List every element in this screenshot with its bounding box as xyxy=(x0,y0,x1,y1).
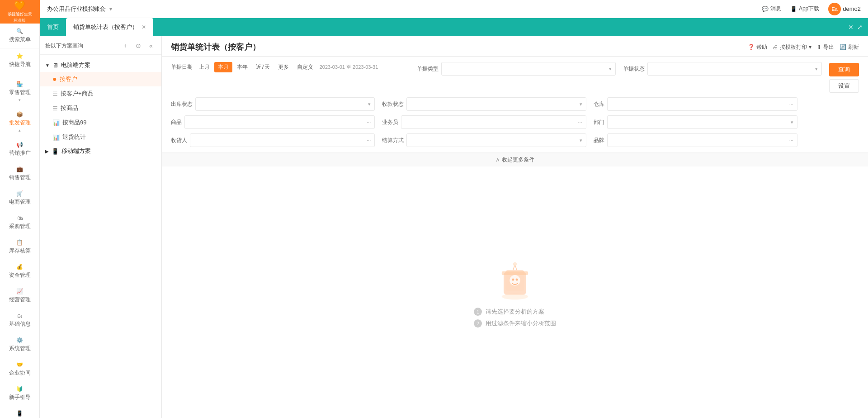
left-panel-header: 按以下方案查询 + ⊙ « xyxy=(40,36,161,55)
chevron-up-icon: ∧ xyxy=(495,157,501,163)
dept-select[interactable]: ▾ xyxy=(607,115,797,129)
sidebar-item-inventory[interactable]: 📋 库存核算 xyxy=(0,235,40,259)
tab-close-button[interactable]: ✕ xyxy=(142,24,146,30)
scheme-label: 按客户+商品 xyxy=(61,90,94,98)
warehouse-select[interactable]: ··· xyxy=(607,97,797,111)
scheme-by-product-99[interactable]: 📊 按商品99 xyxy=(40,115,161,130)
sidebar-item-system[interactable]: ⚙️ 系统管理 xyxy=(0,332,40,357)
mobile-group-title[interactable]: ▶ 📱 移动端方案 xyxy=(40,144,161,158)
maximize-window-icon[interactable]: ⤢ xyxy=(857,24,863,31)
sidebar-item-wholesale[interactable]: 📦 批发管理 ▴ xyxy=(0,107,40,137)
desktop-group-title[interactable]: ▼ 🖥 电脑端方案 xyxy=(40,58,161,72)
quick-nav-icon: ⭐ xyxy=(16,53,23,59)
scheme-by-customer[interactable]: ● 按客户 xyxy=(40,72,161,86)
add-scheme-button[interactable]: + xyxy=(121,41,131,51)
hint-text-2: 用过滤条件来缩小分析范围 xyxy=(486,319,556,328)
plus-icon: + xyxy=(124,42,127,49)
logo-subtitle: 标准版 xyxy=(14,18,26,24)
download-icon: 📱 xyxy=(790,6,797,12)
edit-scheme-button[interactable]: ⊙ xyxy=(133,41,143,51)
sidebar-item-quick-nav[interactable]: ⭐ 快捷导航 xyxy=(0,48,40,73)
page-header: 销货单统计表（按客户） ❓ 帮助 🖨 按模板打印 ▾ ⬆ 导出 xyxy=(162,36,868,57)
finance-icon: 💰 xyxy=(16,264,23,270)
search-menu[interactable]: 🔍 搜索菜单 xyxy=(0,24,40,48)
settle-method-select[interactable]: ▾ xyxy=(406,133,586,147)
last-7-days-btn[interactable]: 近7天 xyxy=(252,62,274,72)
sidebar-item-finance[interactable]: 💰 资金管理 xyxy=(0,259,40,284)
marketing-icon: 📢 xyxy=(16,142,23,148)
sidebar-item-guide[interactable]: 🔰 新手引导 xyxy=(0,381,40,406)
operations-icon: 📈 xyxy=(16,288,23,294)
collapse-panel-button[interactable]: « xyxy=(146,41,156,51)
print-button[interactable]: 🖨 按模板打印 ▾ xyxy=(773,43,811,51)
receiver-select[interactable]: ··· xyxy=(190,133,375,147)
empty-hint-2: 2 用过滤条件来缩小分析范围 xyxy=(474,319,556,328)
logo-icon: 🧡 xyxy=(14,0,25,11)
message-button[interactable]: 💬 消息 xyxy=(762,5,781,13)
empty-state: 1 请先选择要分析的方案 2 用过滤条件来缩小分析范围 xyxy=(162,166,868,418)
salesperson-select[interactable]: ··· xyxy=(401,115,586,129)
sidebar-item-basic[interactable]: 🗂 基础信息 xyxy=(0,308,40,332)
sidebar-item-marketing[interactable]: 📢 营销推广 xyxy=(0,137,40,162)
page-actions: ❓ 帮助 🖨 按模板打印 ▾ ⬆ 导出 🔄 刷新 xyxy=(748,43,859,51)
main-content: 办公用品行业模拟账套 ▾ 💬 消息 📱 App下载 Ea demo2 首页 销货… xyxy=(40,0,868,418)
refresh-button[interactable]: 🔄 刷新 xyxy=(840,43,859,51)
user-profile[interactable]: Ea demo2 xyxy=(828,3,861,15)
sidebar-item-enterprise[interactable]: 🤝 企业协同 xyxy=(0,357,40,381)
svg-point-4 xyxy=(512,279,514,281)
last-month-btn[interactable]: 上月 xyxy=(195,62,213,72)
receipt-status-select[interactable]: ▾ xyxy=(406,97,586,111)
more-date-btn[interactable]: 更多 xyxy=(274,62,292,72)
query-button[interactable]: 查询 xyxy=(829,63,859,76)
desktop-group-label: 电脑端方案 xyxy=(61,61,90,69)
custom-date-btn[interactable]: 自定义 xyxy=(293,62,317,72)
out-status-select[interactable]: ▾ xyxy=(195,97,375,111)
scheme-label: 按客户 xyxy=(60,75,77,83)
out-status-label: 出库状态 xyxy=(171,100,193,108)
warehouse-more-icon: ··· xyxy=(789,101,793,107)
desktop-scheme-group: ▼ 🖥 电脑端方案 ● 按客户 ☰ 按客户+商品 ☰ 按商品 xyxy=(40,58,161,144)
topbar-dropdown-icon[interactable]: ▾ xyxy=(109,6,112,12)
wholesale-icon: 📦 xyxy=(16,111,23,118)
product-section: 商品 ··· xyxy=(171,115,375,129)
brand-select[interactable]: ··· xyxy=(607,133,797,147)
app-download-button[interactable]: 📱 App下载 xyxy=(790,5,819,13)
scheme-by-product[interactable]: ☰ 按商品 xyxy=(40,101,161,115)
date-filter-section: 单据日期 上月 本月 本年 近7天 更多 自定义 2023-03-01 至 20… xyxy=(171,62,410,72)
doc-status-select[interactable]: ▾ xyxy=(647,62,822,76)
topbar-right: 💬 消息 📱 App下载 Ea demo2 xyxy=(762,3,861,15)
sidebar-item-operations[interactable]: 📈 经营管理 xyxy=(0,284,40,308)
product-more-icon: ··· xyxy=(367,119,371,125)
receiver-section: 收货人 ··· xyxy=(171,133,375,147)
doc-type-select[interactable]: ▾ xyxy=(441,62,616,76)
sidebar-item-retail[interactable]: 🏪 零售管理 ▾ xyxy=(0,76,40,107)
settle-method-section: 结算方式 ▾ xyxy=(382,133,586,147)
tab-sales-stat[interactable]: 销货单统计表（按客户） ✕ xyxy=(66,18,153,36)
this-year-btn[interactable]: 本年 xyxy=(233,62,251,72)
help-button[interactable]: ❓ 帮助 xyxy=(748,43,767,51)
sidebar-item-appcenter[interactable]: 📱 应用中心 xyxy=(0,406,40,418)
this-month-btn[interactable]: 本月 xyxy=(214,62,232,72)
empty-hint-container: 1 请先选择要分析的方案 2 用过滤条件来缩小分析范围 xyxy=(474,308,556,328)
product-select[interactable]: ··· xyxy=(184,115,375,129)
svg-point-9 xyxy=(513,262,517,266)
collapse-more-button[interactable]: ∧ 收起更多条件 xyxy=(162,153,868,166)
left-panel-title: 按以下方案查询 xyxy=(45,42,83,50)
tab-home[interactable]: 首页 xyxy=(40,18,66,36)
sidebar-item-label: 资金管理 xyxy=(9,271,31,279)
retail-icon: 🏪 xyxy=(16,81,23,87)
scheme-return-stats[interactable]: 📊 退货统计 xyxy=(40,130,161,144)
scheme-icon: ☰ xyxy=(52,90,58,97)
dept-arrow-icon: ▾ xyxy=(791,119,793,125)
scheme-by-customer-product[interactable]: ☰ 按客户+商品 xyxy=(40,86,161,101)
sidebar-item-sales[interactable]: 💼 销售管理 xyxy=(0,162,40,186)
settings-button[interactable]: 设置 xyxy=(829,79,859,93)
scheme-label: 按商品99 xyxy=(62,119,86,127)
app-download-label: App下载 xyxy=(799,5,819,13)
export-button[interactable]: ⬆ 导出 xyxy=(817,43,834,51)
expand-icon-mobile: ▶ xyxy=(45,149,49,154)
close-window-icon[interactable]: ✕ xyxy=(848,24,854,31)
sidebar-item-purchase[interactable]: 🛍 采购管理 xyxy=(0,210,40,235)
print-dropdown-icon: ▾ xyxy=(809,44,811,50)
sidebar-item-ecommerce[interactable]: 🛒 电商管理 xyxy=(0,186,40,210)
